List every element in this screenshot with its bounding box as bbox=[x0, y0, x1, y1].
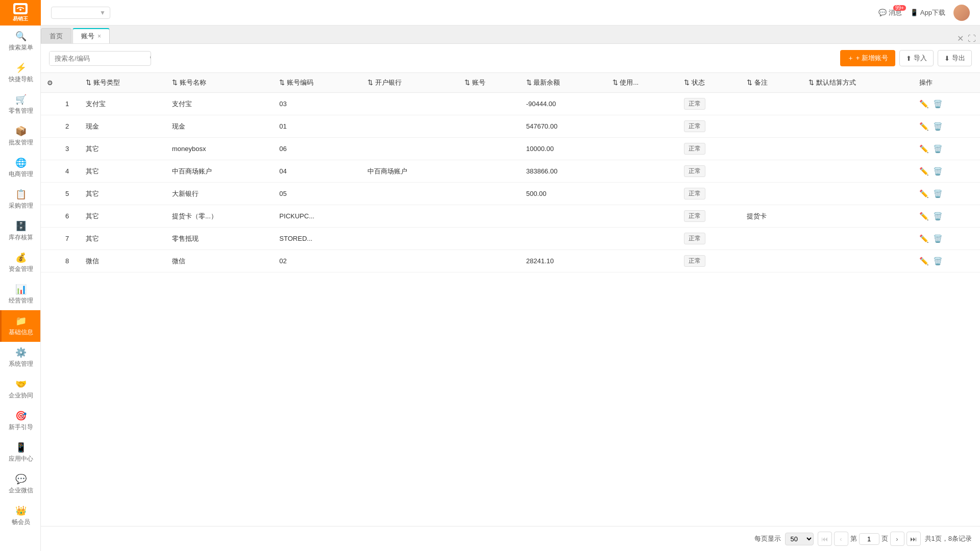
row-default-settlement-cell bbox=[802, 160, 913, 183]
sidebar-item-purchase-mgmt[interactable]: 📋 采购管理 bbox=[0, 184, 40, 215]
sidebar-item-app-center[interactable]: 📱 应用中心 bbox=[0, 437, 40, 468]
page-suffix: 页 bbox=[881, 534, 888, 543]
sidebar-item-label: 企业微信 bbox=[9, 486, 33, 495]
page-next-button[interactable]: › bbox=[890, 532, 904, 546]
sidebar-item-label: 采购管理 bbox=[9, 202, 33, 210]
col-bank[interactable]: ⇅ 开户银行 bbox=[361, 73, 458, 93]
row-settings-cell bbox=[41, 115, 59, 138]
row-bank-cell bbox=[361, 228, 458, 250]
col-code[interactable]: ⇅ 账号编码 bbox=[273, 73, 361, 93]
ecommerce-icon: 🌐 bbox=[15, 157, 27, 168]
tab-close-icon[interactable]: × bbox=[97, 33, 101, 40]
row-default-settlement-cell bbox=[802, 183, 913, 205]
tab-close-all-icon[interactable]: ✕ bbox=[957, 34, 964, 43]
topbar-msg-button[interactable]: 💬 消息 99+ bbox=[878, 8, 902, 17]
col-usage[interactable]: ⇅ 使用... bbox=[606, 73, 678, 93]
col-type[interactable]: ⇅ 账号类型 bbox=[80, 73, 166, 93]
sidebar-item-label: 基础信息 bbox=[9, 328, 33, 337]
sidebar-item-ecommerce-mgmt[interactable]: 🌐 电商管理 bbox=[0, 152, 40, 184]
col-notes[interactable]: ⇅ 备注 bbox=[741, 73, 802, 93]
sidebar-item-inventory-calc[interactable]: 🗄️ 库存核算 bbox=[0, 215, 40, 247]
row-account-cell bbox=[458, 93, 520, 115]
per-page-select[interactable]: 50 100 200 bbox=[785, 533, 814, 545]
col-settings[interactable]: ⚙ bbox=[41, 73, 59, 93]
import-button[interactable]: ⬆ 导入 bbox=[899, 50, 934, 66]
row-code-cell: 03 bbox=[273, 93, 361, 115]
export-button[interactable]: ⬇ 导出 bbox=[938, 50, 972, 66]
tab-expand-icon[interactable]: ⛶ bbox=[968, 34, 976, 43]
col-balance[interactable]: ⇅ 最新余额 bbox=[520, 73, 606, 93]
user-avatar[interactable] bbox=[953, 5, 970, 21]
row-actions-cell: ✏️ 🗑️ bbox=[913, 183, 980, 205]
topbar-left: ▼ bbox=[51, 7, 110, 19]
sidebar-item-enterprise-agreement[interactable]: 🤝 企业协同 bbox=[0, 373, 40, 405]
edit-icon[interactable]: ✏️ bbox=[919, 212, 929, 221]
msg-badge: 99+ bbox=[893, 5, 906, 11]
col-name[interactable]: ⇅ 账号名称 bbox=[166, 73, 273, 93]
row-default-settlement-cell bbox=[802, 205, 913, 228]
tab-home[interactable]: 首页 bbox=[41, 28, 71, 43]
col-status[interactable]: ⇅ 状态 bbox=[678, 73, 741, 93]
tab-account[interactable]: 账号 × bbox=[72, 28, 110, 43]
account-search-button[interactable]: 🔍 bbox=[145, 52, 151, 65]
delete-icon[interactable]: 🗑️ bbox=[933, 257, 943, 266]
edit-icon[interactable]: ✏️ bbox=[919, 167, 929, 176]
topbar-search-input[interactable] bbox=[56, 9, 96, 16]
topbar: ▼ 💬 消息 99+ 📱 App下载 bbox=[41, 0, 980, 26]
sidebar-item-basic-info[interactable]: 📁 基础信息 bbox=[0, 310, 40, 342]
purchase-icon: 📋 bbox=[15, 189, 27, 200]
sidebar-item-finance-mgmt[interactable]: 💰 资金管理 bbox=[0, 247, 40, 279]
sidebar-item-system-mgmt[interactable]: ⚙️ 系统管理 bbox=[0, 342, 40, 373]
col-index bbox=[59, 73, 80, 93]
row-settings-cell bbox=[41, 183, 59, 205]
edit-icon[interactable]: ✏️ bbox=[919, 189, 929, 198]
row-balance-cell: -90444.00 bbox=[520, 93, 606, 115]
row-usage-cell bbox=[606, 250, 678, 272]
col-default-settlement[interactable]: ⇅ 默认结算方式 bbox=[802, 73, 913, 93]
row-type-cell: 现金 bbox=[80, 115, 166, 138]
row-type-cell: 其它 bbox=[80, 228, 166, 250]
delete-icon[interactable]: 🗑️ bbox=[933, 189, 943, 198]
delete-icon[interactable]: 🗑️ bbox=[933, 234, 943, 243]
page-navigation: ⏮ ‹ 第 页 › ⏭ bbox=[818, 532, 921, 546]
sidebar-item-enterprise-wechat[interactable]: 💬 企业微信 bbox=[0, 468, 40, 500]
msg-icon: 💬 bbox=[878, 9, 887, 16]
sidebar-item-quick-nav[interactable]: ⚡ 快捷导航 bbox=[0, 57, 40, 89]
tab-account-label: 账号 bbox=[81, 32, 94, 41]
sidebar-item-new-guide[interactable]: 🎯 新手引导 bbox=[0, 405, 40, 437]
page-number-input[interactable] bbox=[859, 533, 879, 545]
row-notes-cell bbox=[741, 93, 802, 115]
add-account-button[interactable]: ＋ + 新增账号 bbox=[840, 50, 895, 66]
delete-icon[interactable]: 🗑️ bbox=[933, 167, 943, 176]
pagination-bar: 每页显示 50 100 200 ⏮ ‹ 第 页 › ⏭ 共1页，8条记录 bbox=[41, 526, 980, 551]
sidebar-item-retail-mgmt[interactable]: 🛒 零售管理 bbox=[0, 89, 40, 120]
edit-icon[interactable]: ✏️ bbox=[919, 99, 929, 109]
sidebar-item-operation-mgmt[interactable]: 📊 经营管理 bbox=[0, 279, 40, 310]
page-first-button[interactable]: ⏮ bbox=[818, 532, 832, 546]
account-search-input[interactable] bbox=[50, 52, 145, 65]
row-code-cell: 01 bbox=[273, 115, 361, 138]
col-account[interactable]: ⇅ 账号 bbox=[458, 73, 520, 93]
sidebar-item-member[interactable]: 👑 畅会员 bbox=[0, 500, 40, 532]
topbar-dropdown-icon[interactable]: ▼ bbox=[100, 9, 106, 16]
row-type-cell: 支付宝 bbox=[80, 93, 166, 115]
row-status-cell: 正常 bbox=[678, 93, 741, 115]
delete-icon[interactable]: 🗑️ bbox=[933, 144, 943, 154]
retail-icon: 🛒 bbox=[15, 94, 27, 105]
edit-icon[interactable]: ✏️ bbox=[919, 234, 929, 243]
tab-home-label: 首页 bbox=[50, 32, 63, 41]
delete-icon[interactable]: 🗑️ bbox=[933, 212, 943, 221]
delete-icon[interactable]: 🗑️ bbox=[933, 122, 943, 131]
page-last-button[interactable]: ⏭ bbox=[906, 532, 921, 546]
sidebar-item-search-orders[interactable]: 🔍 搜索菜单 bbox=[0, 26, 40, 57]
page-prev-button[interactable]: ‹ bbox=[834, 532, 848, 546]
delete-icon[interactable]: 🗑️ bbox=[933, 99, 943, 109]
edit-icon[interactable]: ✏️ bbox=[919, 257, 929, 266]
row-bank-cell bbox=[361, 138, 458, 160]
sidebar-item-wholesale-mgmt[interactable]: 📦 批发管理 bbox=[0, 120, 40, 152]
sidebar: 易销王 🔍 搜索菜单 ⚡ 快捷导航 🛒 零售管理 📦 批发管理 🌐 电商管理 📋… bbox=[0, 0, 41, 551]
topbar-app-download[interactable]: 📱 App下载 bbox=[910, 8, 945, 17]
edit-icon[interactable]: ✏️ bbox=[919, 122, 929, 131]
edit-icon[interactable]: ✏️ bbox=[919, 144, 929, 154]
account-table: ⚙ ⇅ 账号类型 ⇅ 账号名称 ⇅ 账号编码 ⇅ 开户银行 ⇅ 账号 ⇅ 最新余… bbox=[41, 73, 980, 272]
